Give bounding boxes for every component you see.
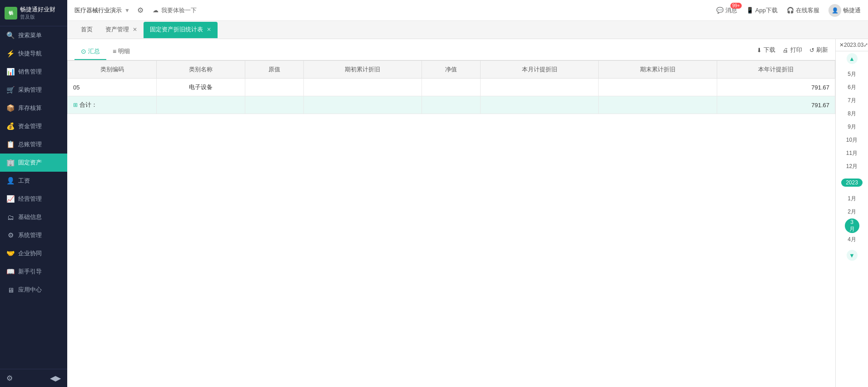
download-label: 下载 — [764, 46, 775, 54]
date-month-8[interactable]: 8月 — [836, 107, 868, 120]
sidebar-item-basic-info[interactable]: 🗂 基础信息 — [0, 208, 67, 226]
subtab-summary-label: 汇总 — [88, 47, 100, 55]
avatar: 👤 — [828, 4, 841, 17]
download-icon: ⬇ — [757, 47, 762, 54]
print-icon: 🖨 — [783, 47, 789, 54]
date-panel-expand[interactable]: ⤢ — [863, 42, 868, 48]
sidebar-menu: 🔍 搜索菜单 ⚡ 快捷导航 📊 销售管理 🛒 采购管理 📦 库存核算 💰 资金管… — [0, 26, 67, 369]
user-area[interactable]: 👤 畅捷通 — [828, 4, 861, 17]
date-month-7[interactable]: 7月 — [836, 94, 868, 107]
experience-label: 我要体验一下 — [161, 6, 197, 15]
tab-asset-management[interactable]: 资产管理 ✕ — [99, 22, 144, 38]
topbar-settings-icon[interactable]: ⚙ — [137, 6, 144, 15]
collab-icon: 🤝 — [6, 249, 15, 258]
sidebar-search-label: 搜索菜单 — [18, 31, 42, 40]
sidebar-item-app-center[interactable]: 🖥 应用中心 — [0, 281, 67, 299]
cell-code: 05 — [68, 79, 157, 96]
sidebar-item-label: 总账管理 — [18, 140, 42, 149]
operations-icon: 📈 — [6, 195, 15, 203]
cell-name: 电子设备 — [157, 79, 245, 96]
app-download-btn[interactable]: 📱 App下载 — [746, 6, 778, 15]
sidebar-item-ledger[interactable]: 📋 总账管理 — [0, 135, 67, 154]
date-month-9[interactable]: 9月 — [836, 120, 868, 134]
subtab-summary[interactable]: ⊙ 汇总 — [74, 44, 106, 60]
date-month-4[interactable]: 4月 — [836, 233, 868, 246]
date-panel-year: 2023.03 — [844, 42, 863, 48]
date-scroll-up[interactable]: ▲ — [847, 53, 858, 64]
subtotal-year-dep: 791.67 — [717, 96, 835, 114]
sidebar-item-label: 采购管理 — [18, 86, 42, 94]
ledger-icon: 📋 — [6, 140, 15, 149]
service-icon: 🎧 — [787, 7, 794, 14]
experience-btn[interactable]: ☁ 我要体验一下 — [153, 6, 197, 15]
message-badge: 99+ — [730, 3, 742, 9]
date-month-11[interactable]: 11月 — [836, 147, 868, 160]
year-badge[interactable]: 2023 — [841, 179, 863, 187]
table-row[interactable]: 05 电子设备 791.67 — [68, 79, 835, 96]
sidebar-item-system[interactable]: ⚙ 系统管理 — [0, 226, 67, 244]
refresh-icon: ↺ — [809, 47, 814, 54]
online-service-btn[interactable]: 🎧 在线客服 — [787, 6, 819, 15]
company-selector[interactable]: 医疗器械行业演示 ▼ — [74, 6, 130, 15]
subtab-detail[interactable]: ≡ 明细 — [106, 44, 136, 60]
sidebar-item-label: 快捷导航 — [18, 50, 42, 58]
print-label: 打印 — [790, 46, 802, 54]
collapse-icon[interactable]: ◀▶ — [50, 374, 61, 382]
col-name: 类别名称 — [157, 61, 245, 79]
tab-depreciation-close[interactable]: ✕ — [207, 26, 211, 33]
date-panel-close[interactable]: ✕ — [839, 42, 844, 48]
company-dropdown-icon: ▼ — [124, 7, 130, 14]
sidebar-item-guide[interactable]: 📖 新手引导 — [0, 263, 67, 281]
sidebar-item-label: 资金管理 — [18, 122, 42, 130]
message-btn[interactable]: 💬 消息 99+ — [716, 6, 737, 15]
sidebar-item-purchase[interactable]: 🛒 采购管理 — [0, 81, 67, 99]
tab-asset-close[interactable]: ✕ — [133, 26, 137, 33]
inventory-icon: 📦 — [6, 104, 15, 112]
col-original: 原值 — [245, 61, 303, 79]
date-month-6[interactable]: 6月 — [836, 81, 868, 94]
print-btn[interactable]: 🖨 打印 — [783, 46, 802, 54]
col-init-depreciation: 期初累计折旧 — [303, 61, 422, 79]
sidebar-item-quick-nav[interactable]: ⚡ 快捷导航 — [0, 45, 67, 63]
sidebar-item-operations[interactable]: 📈 经营管理 — [0, 190, 67, 208]
sidebar-item-funds[interactable]: 💰 资金管理 — [0, 117, 67, 135]
purchase-icon: 🛒 — [6, 86, 15, 94]
sidebar-item-inventory[interactable]: 📦 库存核算 — [0, 99, 67, 117]
subtotal-name — [157, 96, 245, 114]
tabbar: 首页 资产管理 ✕ 固定资产折旧统计表 ✕ — [67, 21, 868, 39]
date-month-2[interactable]: 2月 — [836, 205, 868, 218]
col-year-depreciation: 本年计提折旧 — [717, 61, 835, 79]
system-icon: ⚙ — [6, 231, 15, 239]
topbar-right: 💬 消息 99+ 📱 App下载 🎧 在线客服 👤 畅捷通 — [716, 4, 861, 17]
refresh-btn[interactable]: ↺ 刷新 — [809, 46, 828, 54]
sidebar-item-sales[interactable]: 📊 销售管理 — [0, 63, 67, 81]
date-month-1[interactable]: 1月 — [836, 192, 868, 205]
sidebar-logo: 畅 畅捷通好业财 普及版 — [0, 0, 67, 26]
funds-icon: 💰 — [6, 122, 15, 130]
tab-depreciation-report[interactable]: 固定资产折旧统计表 ✕ — [144, 22, 218, 38]
date-month-10[interactable]: 10月 — [836, 134, 868, 147]
date-month-3-current[interactable]: 3月 — [845, 218, 859, 233]
company-name: 医疗器械行业演示 — [74, 6, 122, 15]
subtotal-original — [245, 96, 303, 114]
sidebar-search[interactable]: 🔍 搜索菜单 — [0, 26, 67, 45]
sidebar-item-fixed-assets[interactable]: 🏢 固定资产 — [0, 154, 67, 172]
user-label: 畅捷通 — [843, 6, 861, 15]
subtotal-month-dep — [480, 96, 598, 114]
sidebar-item-label: 经营管理 — [18, 195, 42, 203]
date-scroll-down[interactable]: ▼ — [847, 250, 858, 261]
sidebar-item-collab[interactable]: 🤝 企业协同 — [0, 244, 67, 263]
tab-home[interactable]: 首页 — [74, 22, 99, 38]
date-month-5[interactable]: 5月 — [836, 68, 868, 81]
depreciation-table: 类别编码 类别名称 原值 期初累计折旧 净值 本月计提折旧 期末累计折旧 本年计… — [67, 60, 835, 114]
download-btn[interactable]: ⬇ 下载 — [757, 46, 775, 54]
basic-info-icon: 🗂 — [6, 213, 15, 221]
date-month-12[interactable]: 12月 — [836, 160, 868, 173]
subtotal-label: ⊞ 合计： — [68, 96, 157, 114]
date-scroll[interactable]: ▲ 5月 6月 7月 8月 9月 10月 11月 12月 2023 — [836, 51, 868, 387]
summary-icon: ⊙ — [81, 48, 86, 55]
sidebar-item-payroll[interactable]: 👤 工资 — [0, 172, 67, 190]
cell-original — [245, 79, 303, 96]
settings-footer-icon[interactable]: ⚙ — [6, 374, 13, 382]
sidebar-item-label: 应用中心 — [18, 286, 42, 294]
